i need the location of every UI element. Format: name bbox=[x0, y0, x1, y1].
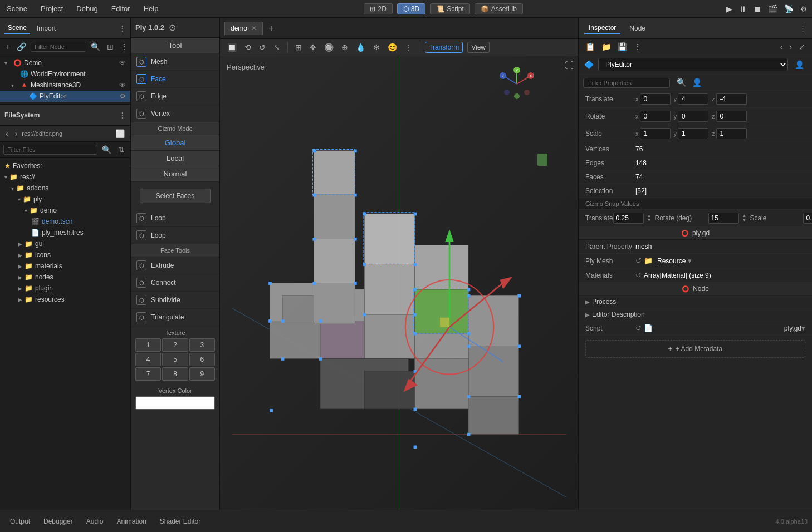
add-metadata-btn[interactable]: + + Add Metadata bbox=[585, 340, 805, 358]
fs-plugin[interactable]: ▶ 📁 plugin bbox=[0, 283, 130, 294]
script-file-icon[interactable]: 📄 bbox=[644, 324, 653, 332]
rotate-y-input[interactable] bbox=[678, 111, 708, 122]
fs-nodes[interactable]: ▶ 📁 nodes bbox=[0, 272, 130, 283]
menu-scene[interactable]: Scene bbox=[4, 3, 30, 14]
tab-scene[interactable]: Scene bbox=[4, 23, 30, 34]
scale-z-input[interactable] bbox=[716, 128, 747, 139]
triangulate-btn[interactable]: ⬡ Triangulate bbox=[131, 309, 219, 326]
inspector-history-btn[interactable]: 📋 bbox=[583, 41, 597, 52]
extrude-btn[interactable]: ⬡ Extrude bbox=[131, 257, 219, 274]
mesh-btn[interactable]: ⬡ Mesh bbox=[131, 53, 219, 71]
snap-translate-down[interactable]: ▼ bbox=[647, 218, 652, 223]
play-icon[interactable]: ▶ bbox=[726, 4, 732, 13]
tex-9[interactable]: 9 bbox=[189, 367, 215, 381]
translate-z-input[interactable] bbox=[716, 93, 747, 105]
connect-btn[interactable]: ⬡ Connect bbox=[131, 274, 219, 292]
inspector-back-btn[interactable]: ‹ bbox=[778, 41, 785, 52]
view-btn[interactable]: View bbox=[467, 42, 490, 53]
scale-x-input[interactable] bbox=[640, 128, 671, 139]
transform-btn[interactable]: Transform bbox=[425, 42, 463, 53]
vp-rotate-btn[interactable]: ↺ bbox=[256, 41, 268, 53]
snap-rotate-down[interactable]: ▼ bbox=[742, 218, 747, 223]
editor-desc-section[interactable]: ▶ Editor Description bbox=[579, 308, 812, 321]
loop2-btn[interactable]: ⬡ Loop bbox=[131, 227, 219, 244]
loop1-btn[interactable]: ⬡ Loop bbox=[131, 210, 219, 227]
fs-back-btn[interactable]: ‹ bbox=[3, 128, 11, 139]
tab-audio[interactable]: Audio bbox=[81, 515, 109, 528]
vp-snap-btn[interactable]: ✥ bbox=[307, 41, 319, 53]
eye-icon-demo[interactable]: 👁 bbox=[119, 59, 126, 67]
vp-light-btn[interactable]: ⊕ bbox=[339, 41, 351, 53]
tex-5[interactable]: 5 bbox=[162, 353, 188, 366]
fs-gui[interactable]: ▶ 📁 gui bbox=[0, 238, 130, 249]
tree-item-meshinstance[interactable]: ▾ 🔺 MeshInstance3D 👁 bbox=[0, 80, 130, 91]
tex-4[interactable]: 4 bbox=[135, 353, 161, 366]
tex-7[interactable]: 7 bbox=[135, 367, 161, 381]
filter-props-search-btn[interactable]: 🔍 bbox=[674, 77, 688, 88]
vp-smiley-btn[interactable]: 😊 bbox=[385, 41, 400, 53]
filter-props-user-btn[interactable]: 👤 bbox=[690, 77, 704, 88]
tex-6[interactable]: 6 bbox=[189, 353, 215, 366]
fs-demo-tscn[interactable]: 🎬 demo.tscn bbox=[0, 216, 130, 227]
viewport-tab-demo[interactable]: demo ✕ bbox=[224, 22, 263, 35]
fs-sort-btn[interactable]: ⇅ bbox=[116, 144, 127, 155]
stop-icon[interactable]: ⏹ bbox=[754, 4, 761, 13]
color-swatch[interactable] bbox=[135, 396, 215, 410]
viewport-canvas[interactable]: Perspective ⛶ Y X bbox=[220, 56, 578, 510]
vp-sky-btn[interactable]: 💧 bbox=[353, 41, 368, 53]
fs-resources[interactable]: ▶ 📁 resources bbox=[0, 294, 130, 305]
tex-8[interactable]: 8 bbox=[162, 367, 188, 381]
tab-node[interactable]: Node bbox=[625, 23, 650, 33]
menu-debug[interactable]: Debug bbox=[74, 3, 100, 14]
link-btn[interactable]: 🔗 bbox=[14, 41, 28, 52]
tex-2[interactable]: 2 bbox=[162, 338, 188, 352]
filter-node-search-btn[interactable]: 🔍 bbox=[89, 41, 102, 52]
face-btn[interactable]: ⬡ Face bbox=[131, 71, 219, 88]
fs-icons[interactable]: ▶ 📁 icons bbox=[0, 249, 130, 260]
local-btn[interactable]: Local bbox=[131, 151, 219, 166]
fs-materials[interactable]: ▶ 📁 materials bbox=[0, 260, 130, 272]
mode-script[interactable]: 📜 Script bbox=[430, 3, 470, 14]
ply-mesh-file-icon[interactable]: 📁 bbox=[644, 257, 653, 265]
fs-ply[interactable]: ▾ 📁 ply bbox=[0, 194, 130, 205]
scene-options-btn[interactable]: ⋮ bbox=[118, 41, 130, 52]
eye-icon-mesh[interactable]: 👁 bbox=[119, 81, 126, 89]
fs-filter-input[interactable] bbox=[3, 145, 97, 155]
snap-rotate-input[interactable] bbox=[708, 213, 739, 224]
menu-help[interactable]: Help bbox=[141, 3, 161, 14]
mode-2d[interactable]: ⊞ 2D bbox=[364, 3, 392, 14]
ply-mesh-reload-icon[interactable]: ↺ bbox=[635, 257, 642, 265]
translate-x-input[interactable] bbox=[640, 93, 671, 105]
script-reload-icon[interactable]: ↺ bbox=[635, 324, 642, 332]
normal-btn[interactable]: Normal bbox=[131, 166, 219, 182]
edge-btn[interactable]: ⬡ Edge bbox=[131, 88, 219, 105]
inspector-more-btn[interactable]: ⋮ bbox=[632, 41, 644, 52]
vp-select-btn[interactable]: 🔲 bbox=[224, 41, 239, 53]
inspector-expand-btn[interactable]: ⤢ bbox=[796, 41, 808, 52]
script-dropdown-icon[interactable]: ▾ bbox=[801, 324, 805, 332]
fs-menu-icon[interactable]: ⋮ bbox=[119, 111, 126, 119]
tree-item-demo[interactable]: ▾ ⭕ Demo 👁 bbox=[0, 57, 130, 68]
fs-demo[interactable]: ▾ 📁 demo bbox=[0, 205, 130, 216]
filter-node-options-btn[interactable]: ⊞ bbox=[105, 41, 116, 52]
filter-props-input[interactable] bbox=[583, 78, 670, 88]
scene-menu-icon[interactable]: ⋮ bbox=[119, 24, 126, 32]
inspector-folder-btn[interactable]: 📁 bbox=[599, 41, 613, 52]
snap-translate-input[interactable] bbox=[613, 213, 644, 224]
inspector-save-btn[interactable]: 💾 bbox=[615, 41, 629, 52]
plyeditor-settings-icon[interactable]: ⚙ bbox=[120, 92, 126, 100]
snap-scale-input[interactable] bbox=[803, 213, 812, 224]
ply-editor-selector[interactable]: PlyEditor bbox=[598, 58, 788, 71]
vp-move-btn[interactable]: ⟲ bbox=[242, 41, 254, 53]
add-tab-btn[interactable]: + bbox=[265, 22, 277, 35]
movie-icon[interactable]: 🎬 bbox=[768, 4, 777, 13]
menu-editor[interactable]: Editor bbox=[109, 3, 133, 14]
global-btn[interactable]: Global bbox=[131, 135, 219, 151]
ply-mesh-dropdown-icon[interactable]: ▾ bbox=[688, 257, 692, 265]
mode-3d[interactable]: ⬡ 3D bbox=[397, 3, 425, 14]
vp-camera-btn[interactable]: 🔘 bbox=[321, 41, 336, 53]
tab-import[interactable]: Import bbox=[33, 23, 59, 33]
tab-output[interactable]: Output bbox=[4, 515, 36, 528]
mode-assetlib[interactable]: 📦 AssetLib bbox=[475, 3, 523, 14]
fs-addons[interactable]: ▾ 📁 addons bbox=[0, 183, 130, 194]
